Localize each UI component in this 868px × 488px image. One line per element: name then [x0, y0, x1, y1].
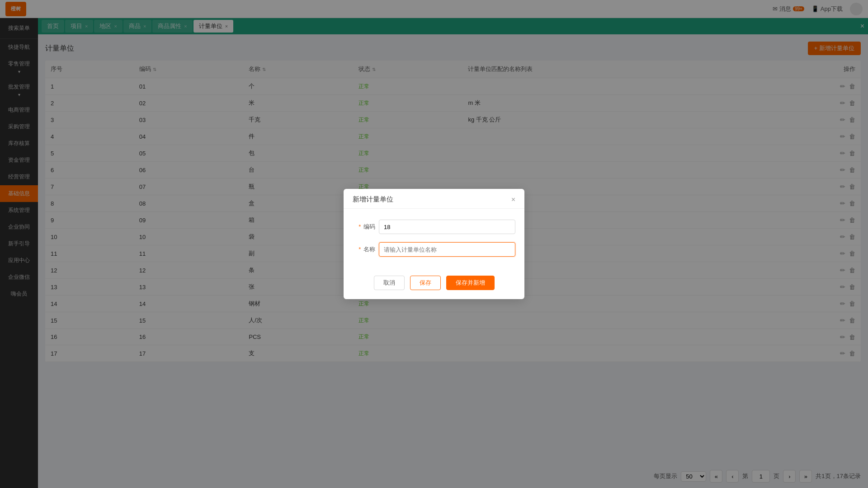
- save-button[interactable]: 保存: [410, 276, 441, 290]
- modal-overlay[interactable]: 新增计量单位 × * 编码 * 名称 取消 保存 保存并新增: [0, 0, 868, 488]
- form-row-code: * 编码: [353, 220, 515, 234]
- cancel-button[interactable]: 取消: [374, 276, 405, 290]
- save-and-add-button[interactable]: 保存并新增: [446, 276, 495, 290]
- code-input[interactable]: [379, 220, 515, 234]
- required-star-code: *: [359, 223, 361, 230]
- add-unit-modal: 新增计量单位 × * 编码 * 名称 取消 保存 保存并新增: [344, 189, 524, 299]
- form-row-name: * 名称: [353, 242, 515, 257]
- modal-header: 新增计量单位 ×: [344, 189, 524, 209]
- modal-close-button[interactable]: ×: [511, 196, 515, 204]
- code-label: * 编码: [353, 223, 375, 231]
- modal-title: 新增计量单位: [353, 195, 393, 204]
- modal-footer: 取消 保存 保存并新增: [344, 270, 524, 299]
- modal-body: * 编码 * 名称: [344, 209, 524, 270]
- required-star-name: *: [359, 246, 361, 253]
- name-input[interactable]: [379, 242, 515, 257]
- name-label: * 名称: [353, 245, 375, 253]
